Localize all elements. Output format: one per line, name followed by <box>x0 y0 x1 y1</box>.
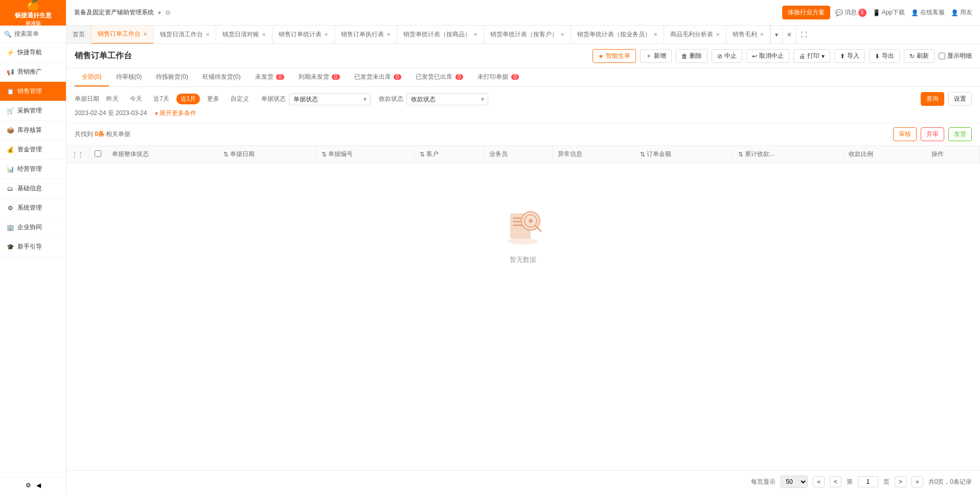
tab-sales-stats-customer[interactable]: 销货单统计表（按客户） ✕ <box>484 26 571 44</box>
tab-fullscreen-btn[interactable]: ⛶ <box>796 26 811 44</box>
tab-sales-stats-staff[interactable]: 销货单统计表（按业务员） ✕ <box>571 26 664 44</box>
th-ratio[interactable]: 收款比例 <box>843 146 926 163</box>
filter-tab-not-printed[interactable]: 未打印单据 0 <box>470 69 526 86</box>
th-collected[interactable]: ⇅ 累计收款... <box>733 146 844 163</box>
close-tab-icon[interactable]: ✕ <box>760 32 764 37</box>
close-tab-icon[interactable]: ✕ <box>560 32 564 37</box>
tab-close-all-btn[interactable]: ✕ <box>782 26 796 44</box>
close-tab-icon[interactable]: ✕ <box>653 32 657 37</box>
cancel-review-btn[interactable]: 弃审 <box>921 127 944 141</box>
tab-sales-margin[interactable]: 销售毛利 ✕ <box>726 26 770 44</box>
stop-btn[interactable]: ⊘ 中止 <box>712 49 742 63</box>
app-download-action[interactable]: 📱 App下载 <box>873 8 905 17</box>
th-number[interactable]: ⇅ 单据编号 <box>316 146 414 163</box>
close-tab-icon[interactable]: ✕ <box>206 32 210 37</box>
add-btn[interactable]: ＋ 新增 <box>640 49 672 63</box>
sidebar-item-finance[interactable]: 💰 资金管理 <box>0 140 66 160</box>
tab-cash-daily[interactable]: 钱货日清工作台 ✕ <box>154 26 216 44</box>
demo-btn[interactable]: 体验行业方案 <box>782 6 830 19</box>
filter-tab-not-shipped[interactable]: 未发货 0 <box>248 69 291 86</box>
current-page-input[interactable] <box>858 476 878 487</box>
th-exception[interactable]: 异常信息 <box>552 146 635 163</box>
tab-product-margin[interactable]: 商品毛利分析表 ✕ <box>664 26 726 44</box>
th-collected-sort[interactable]: ⇅ 累计收款... <box>738 150 838 159</box>
close-tab-icon[interactable]: ✕ <box>324 32 328 37</box>
sidebar-item-marketing[interactable]: 📢 营销推广 <box>0 62 66 82</box>
sidebar-item-system[interactable]: ⚙ 系统管理 <box>0 198 66 218</box>
expand-filter-btn[interactable]: ▾ 展开更多条件 <box>155 109 196 118</box>
tab-sales-stats-product[interactable]: 销货单统计表（按商品） ✕ <box>397 26 484 44</box>
message-action[interactable]: 💬 消息 6 <box>835 8 867 17</box>
sidebar-item-guide[interactable]: 🎓 新手引导 <box>0 237 66 257</box>
show-detail-checkbox[interactable] <box>939 53 945 59</box>
page-size-select[interactable]: 50 100 200 <box>781 476 808 488</box>
dropdown-icon[interactable]: ▾ <box>158 9 161 16</box>
sidebar-item-purchase[interactable]: 🛒 采购管理 <box>0 101 66 121</box>
th-status-sort[interactable]: 单据整体状态 <box>112 150 213 159</box>
online-service-action[interactable]: 👤 在线客服 <box>911 8 945 17</box>
th-customer[interactable]: ⇅ 客户 <box>415 146 484 163</box>
date-more[interactable]: 更多 <box>203 94 223 104</box>
filter-tab-shipped-warehoused[interactable]: 已发货已出库 0 <box>408 69 470 86</box>
tab-more-btn[interactable]: ▾ <box>770 26 782 44</box>
tab-sales-order-execute[interactable]: 销售订单执行表 ✕ <box>335 26 397 44</box>
close-tab-icon[interactable]: ✕ <box>143 31 147 37</box>
th-amount[interactable]: ⇅ 订单金额 <box>635 146 733 163</box>
sidebar-item-sales[interactable]: 📋 销售管理 <box>0 82 66 101</box>
collapse-icon[interactable]: ◀ <box>36 482 41 489</box>
th-amount-sort[interactable]: ⇅ 订单金额 <box>640 150 727 159</box>
prev-page-btn[interactable]: < <box>830 476 841 487</box>
sidebar-item-inventory[interactable]: 📦 库存核算 <box>0 121 66 140</box>
last-page-btn[interactable]: » <box>911 476 923 487</box>
filter-tab-pending-inspect[interactable]: 待拣验货(0) <box>149 69 195 86</box>
import-btn[interactable]: ⬆ 导入 <box>834 49 865 63</box>
th-date-sort[interactable]: ⇅ 单据日期 <box>223 150 311 159</box>
tab-sales-order-workbench[interactable]: 销售订单工作台 ✕ <box>92 26 154 44</box>
smart-create-btn[interactable]: ★ 智能生单 <box>592 49 636 63</box>
sidebar-item-quick-nav[interactable]: ⚡ 快捷导航 <box>0 43 66 62</box>
close-tab-icon[interactable]: ✕ <box>473 32 477 37</box>
sidebar-item-operations[interactable]: 📊 经营管理 <box>0 160 66 179</box>
date-7days[interactable]: 近7天 <box>149 94 173 104</box>
tab-cash-reconcile[interactable]: 钱货日清对账 ✕ <box>216 26 272 44</box>
payment-select[interactable]: 收款状态 <box>406 93 488 105</box>
tab-home[interactable]: 首页 <box>66 26 92 44</box>
select-all-checkbox[interactable] <box>95 150 101 157</box>
th-customer-sort[interactable]: ⇅ 客户 <box>420 150 478 159</box>
ship-btn[interactable]: 发货 <box>948 127 972 141</box>
export-btn[interactable]: ⬇ 导出 <box>869 49 900 63</box>
date-today[interactable]: 今天 <box>126 94 146 104</box>
settings-footer-icon[interactable]: ⚙ <box>26 482 31 489</box>
date-yesterday[interactable]: 昨天 <box>102 94 123 104</box>
date-custom[interactable]: 自定义 <box>226 94 253 104</box>
th-status[interactable]: 单据整体状态 <box>107 146 218 163</box>
delete-btn[interactable]: 🗑 删除 <box>676 49 708 63</box>
filter-tab-shipped-not-warehoused[interactable]: 已发货未出库 0 <box>347 69 409 86</box>
date-1month[interactable]: 近1月 <box>176 94 200 104</box>
tab-sales-order-stats[interactable]: 销售订单统计表 ✕ <box>272 26 335 44</box>
filter-tab-overdue[interactable]: 到期未发货 0 <box>291 69 347 86</box>
close-tab-icon[interactable]: ✕ <box>262 32 266 37</box>
th-date[interactable]: ⇅ 单据日期 <box>218 146 316 163</box>
filter-tab-all[interactable]: 全部(0) <box>75 69 109 86</box>
th-number-sort[interactable]: ⇅ 单据编号 <box>322 150 409 159</box>
filter-tab-wangpu[interactable]: 旺铺待发货(0) <box>195 69 248 86</box>
th-checkbox[interactable] <box>89 146 107 163</box>
user-action[interactable]: 👤 用友 <box>951 8 972 17</box>
settings-btn[interactable]: 设置 <box>948 92 972 106</box>
print-btn[interactable]: 🖨 打印 ▾ <box>793 49 830 63</box>
query-btn[interactable]: 查询 <box>921 92 944 106</box>
filter-tab-pending-review[interactable]: 待审核(0) <box>109 69 149 86</box>
sidebar-item-basic-info[interactable]: 🗂 基础信息 <box>0 179 66 198</box>
sidebar-item-enterprise[interactable]: 🏢 企业协同 <box>0 218 66 237</box>
cancel-stop-btn[interactable]: ↩ 取消中止 <box>746 49 789 63</box>
close-tab-icon[interactable]: ✕ <box>386 32 391 37</box>
th-staff[interactable]: 业务员 <box>484 146 552 163</box>
refresh-btn[interactable]: ↻ 刷新 <box>904 49 935 63</box>
search-menu-item[interactable]: 🔍 搜索菜单 <box>0 26 66 43</box>
next-page-btn[interactable]: > <box>895 476 906 487</box>
first-page-btn[interactable]: « <box>813 476 825 487</box>
settings-icon[interactable]: ⚙ <box>165 9 171 16</box>
status-select[interactable]: 单据状态 <box>289 93 371 105</box>
close-tab-icon[interactable]: ✕ <box>716 32 720 37</box>
